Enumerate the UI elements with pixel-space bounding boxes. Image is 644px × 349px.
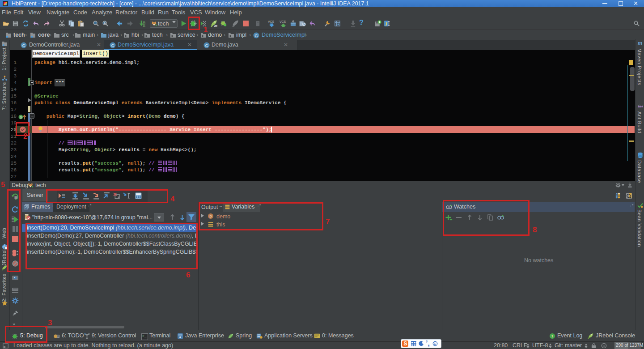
svg-text:VCS: VCS [268,20,275,23]
svg-text:JR: JR [214,25,218,27]
svg-text:J: J [385,21,388,26]
svg-text:C: C [111,43,114,48]
svg-text:VCS: VCS [280,20,286,23]
svg-text:01: 01 [143,25,145,27]
svg-text:A: A [104,21,106,25]
svg-text:C: C [22,43,25,48]
svg-text:o: o [20,115,22,120]
svg-text:C: C [255,33,258,38]
svg-text:C: C [205,43,208,48]
svg-text:1: 1 [551,334,553,338]
